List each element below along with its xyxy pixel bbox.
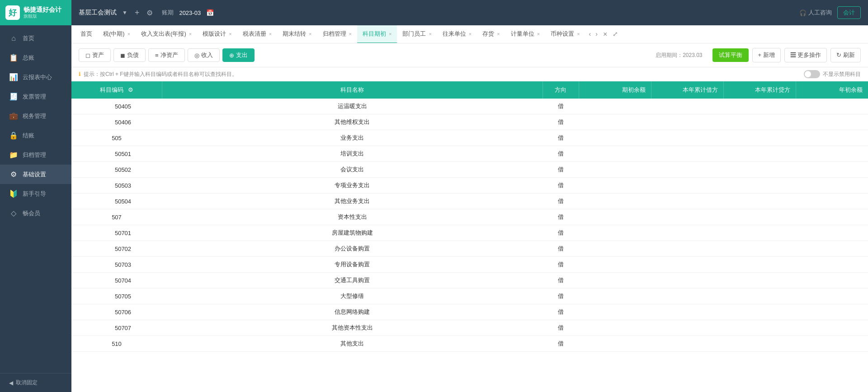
row-code: 50405 <box>71 99 162 114</box>
tab-科目期初[interactable]: 科目期初× <box>357 25 397 43</box>
table-row[interactable]: 50501 培训支出 借 <box>71 146 868 162</box>
calc-balance-btn[interactable]: 试算平衡 <box>712 48 749 62</box>
tab-close-icon[interactable]: × <box>127 31 130 37</box>
row-credit <box>723 194 796 209</box>
table-row[interactable]: 50703 专用设备购置 借 <box>71 257 868 273</box>
tab-模版设计[interactable]: 模版设计× <box>197 25 237 43</box>
tab-往来单位[interactable]: 往来单位× <box>437 25 477 43</box>
tab-首页[interactable]: 首页 <box>75 25 98 43</box>
tab-计量单位[interactable]: 计量单位× <box>505 25 545 43</box>
row-credit <box>723 178 796 194</box>
sidebar-item-member[interactable]: ◇ 畅会员 <box>0 203 71 223</box>
table-row[interactable]: 50503 专项业务支出 借 <box>71 178 868 194</box>
tab-close-all-btn[interactable]: × <box>600 29 610 39</box>
toggle-switch[interactable] <box>804 70 820 78</box>
table-row[interactable]: 50702 办公设备购置 借 <box>71 241 868 257</box>
tab-close-icon[interactable]: × <box>349 31 352 37</box>
period-label: 账期 <box>162 9 174 17</box>
sidebar-item-report[interactable]: 📊 云报表中心 <box>0 67 71 87</box>
refresh-btn[interactable]: ↻ 刷新 <box>830 48 861 62</box>
row-code: 50707 <box>71 320 162 336</box>
tab-税(中期)[interactable]: 税(中期)× <box>98 25 136 43</box>
row-code: 507 <box>71 209 162 225</box>
sidebar-item-tax[interactable]: 💼 税务管理 <box>0 106 71 126</box>
logo-sub: 旗舰版 <box>24 13 61 19</box>
table-row[interactable]: 50701 房屋建筑物购建 借 <box>71 225 868 241</box>
workspace-name: 基层工会测试 <box>79 9 117 17</box>
tab-close-icon[interactable]: × <box>309 31 311 37</box>
tab-label: 科目期初 <box>363 30 386 38</box>
table-row[interactable]: 50405 运温暖支出 借 <box>71 99 868 114</box>
row-year-balance <box>796 209 868 225</box>
row-name: 房屋建筑物购建 <box>162 225 542 241</box>
table-row[interactable]: 50504 其他业务支出 借 <box>71 194 868 209</box>
tab-close-icon[interactable]: × <box>537 31 540 37</box>
table-row[interactable]: 50502 会议支出 借 <box>71 162 868 178</box>
tab-prev-btn[interactable]: ‹ <box>587 29 593 39</box>
table-row[interactable]: 50406 其他维权支出 借 <box>71 114 868 130</box>
table-row[interactable]: 50704 交通工具购置 借 <box>71 273 868 288</box>
table-row[interactable]: 50705 大型修缮 借 <box>71 288 868 304</box>
tab-next-btn[interactable]: › <box>594 29 599 39</box>
tab-币种设置[interactable]: 币种设置× <box>545 25 585 43</box>
add-btn[interactable]: + 新增 <box>752 48 781 62</box>
sidebar-label-guide: 新手引导 <box>23 190 46 198</box>
col-header-code: 科目编码 ⚙ <box>71 81 162 99</box>
filter-tab-net_asset[interactable]: ≡净资产 <box>148 48 185 62</box>
account-button[interactable]: 会计 <box>837 6 861 19</box>
tab-close-icon[interactable]: × <box>229 31 231 37</box>
row-name: 培训支出 <box>162 146 542 162</box>
row-code: 50501 <box>71 146 162 162</box>
workspace-settings-icon[interactable]: ⚙ <box>146 9 153 17</box>
toggle-disabled-area[interactable]: 不显示禁用科目 <box>804 70 861 78</box>
filter-tab-expense[interactable]: ⊕支出 <box>222 48 255 62</box>
add-workspace-btn[interactable]: + <box>133 8 142 18</box>
table-row[interactable]: 50707 其他资本性支出 借 <box>71 320 868 336</box>
sidebar-item-closing[interactable]: 🔒 结账 <box>0 126 71 145</box>
table-row[interactable]: 510 其他支出 借 <box>71 336 868 352</box>
period-calendar-icon[interactable]: 📅 <box>206 9 214 16</box>
table-row[interactable]: 50706 信息网络购建 借 <box>71 304 868 320</box>
tab-close-icon[interactable]: × <box>269 31 272 37</box>
tab-close-icon[interactable]: × <box>429 31 431 37</box>
sidebar-item-ledger[interactable]: 📋 总账 <box>0 48 71 67</box>
tab-close-icon[interactable]: × <box>389 31 392 37</box>
tab-收入支出表(年报)[interactable]: 收入支出表(年报)× <box>136 25 197 43</box>
row-year-balance <box>796 194 868 209</box>
row-balance <box>579 130 651 146</box>
tab-归档管理[interactable]: 归档管理× <box>317 25 357 43</box>
help-btn[interactable]: 🎧 人工咨询 <box>799 9 832 17</box>
filter-tab-income[interactable]: ◎收入 <box>188 48 220 62</box>
col-header-name: 科目名称 <box>162 81 542 99</box>
sidebar-item-home[interactable]: ⌂ 首页 <box>0 29 71 48</box>
sidebar-item-guide[interactable]: 🔰 新手引导 <box>0 184 71 203</box>
row-year-balance <box>796 146 868 162</box>
more-ops-btn[interactable]: ☰ 更多操作 <box>784 48 827 62</box>
sidebar-item-archive[interactable]: 📁 归档管理 <box>0 145 71 165</box>
table-row[interactable]: 505 业务支出 借 <box>71 130 868 146</box>
sidebar-label-ledger: 总账 <box>23 54 34 62</box>
tab-存货[interactable]: 存货× <box>477 25 505 43</box>
tab-close-icon[interactable]: × <box>577 31 580 37</box>
home-icon: ⌂ <box>9 34 18 43</box>
sidebar-footer[interactable]: ◀ 取消固定 <box>0 373 71 392</box>
tab-close-icon[interactable]: × <box>189 31 192 37</box>
tab-expand-btn[interactable]: ⤢ <box>611 29 620 39</box>
filter-tab-asset[interactable]: ◻资产 <box>79 48 111 62</box>
workspace-arrow[interactable]: ▼ <box>122 9 127 16</box>
sidebar-item-invoice[interactable]: 🧾 发票管理 <box>0 87 71 106</box>
row-debit <box>651 146 723 162</box>
tab-close-icon[interactable]: × <box>497 31 500 37</box>
filter-tab-liability[interactable]: ◼负债 <box>113 48 146 62</box>
col-settings-icon[interactable]: ⚙ <box>128 86 133 93</box>
sidebar-item-settings[interactable]: ⚙ 基础设置 <box>0 165 71 184</box>
hint-text: ℹ 提示：按Ctrl + F键并输入科目编码或者科目名称可以查找科目。 <box>79 71 237 78</box>
row-name: 其他支出 <box>162 336 542 352</box>
tab-税表清册[interactable]: 税表清册× <box>237 25 277 43</box>
tab-close-icon[interactable]: × <box>469 31 472 37</box>
row-name: 资本性支出 <box>162 209 542 225</box>
table-row[interactable]: 507 资本性支出 借 <box>71 209 868 225</box>
tab-部门员工[interactable]: 部门员工× <box>397 25 437 43</box>
sidebar-logo: 好 畅捷通好会计 旗舰版 <box>0 0 71 25</box>
tab-期末结转[interactable]: 期末结转× <box>277 25 317 43</box>
